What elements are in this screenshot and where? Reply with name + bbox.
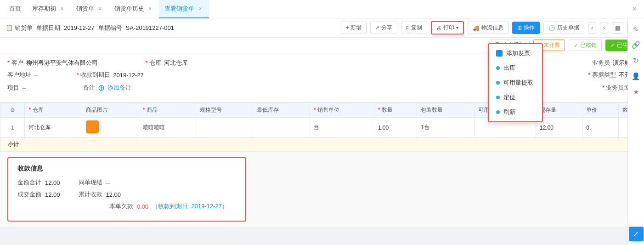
receipt-title: 收款信息 (17, 165, 236, 173)
table-header-row: ⚙ 仓库 商品图片 商品 规格型号 最低库存 销售单位 数量 包装数量 可用量 … (0, 103, 644, 118)
share-button[interactable]: ↗ 分享 (370, 22, 397, 34)
refresh-item[interactable]: 刷新 (489, 105, 542, 120)
customer-label: 客户 (7, 59, 23, 67)
invoice-box-icon (496, 50, 503, 57)
collected-value: 12.00 (106, 191, 121, 198)
tab-sales-order[interactable]: 销货单 × (71, 0, 109, 18)
tab-close-sales[interactable]: × (97, 6, 103, 12)
available-qty-item[interactable]: 可用量提取 (489, 75, 542, 90)
tab-home[interactable]: 首页 (4, 0, 27, 18)
product-thumbnail (86, 120, 99, 133)
outbound-dot-icon (496, 66, 500, 70)
total-amount-field: 金额合计 12.00 (17, 178, 60, 187)
customer-field: 客户 柳州粤港平安气体有限公司 (7, 59, 98, 67)
add-remark-icon[interactable]: ⊕ (98, 83, 105, 93)
ticket-type-label: 票据类型 (588, 71, 616, 79)
expand-icon[interactable]: ⤢ (629, 227, 644, 227)
receipt-info-box: 收款信息 金额合计 12.00 同单现结 -- 成交金额 12.00 累计收款 … (7, 157, 246, 222)
col-product: 商品 (139, 103, 196, 118)
row-unit-price: 0. (582, 118, 618, 138)
new-button[interactable]: + 新增 (341, 22, 367, 34)
secondary-toolbar: 📱 来自手机 ● 未开票 ✓ 已核销 ✓ 已生效 (0, 38, 644, 53)
locate-dot-icon (496, 96, 500, 99)
row-no: 1 (0, 118, 25, 138)
edit-icon[interactable]: ✎ (629, 22, 644, 37)
customer-value: 柳州粤港平安气体有限公司 (26, 59, 98, 67)
project-label: 项目 (7, 84, 19, 92)
logistics-button[interactable]: 🚚 物流信息 (468, 22, 508, 34)
warehouse-field: 仓库 河北仓库 (146, 59, 188, 67)
col-warehouse: 仓库 (25, 103, 82, 118)
total-amount-value: 12.00 (45, 179, 60, 186)
operation-dropdown: 添加发票 出库 可用量提取 定位 刷新 (488, 43, 543, 122)
prev-icon: ‹ (591, 25, 593, 31)
refresh-icon[interactable]: ↻ (629, 53, 644, 68)
share-icon: ↗ (375, 25, 379, 31)
col-settings[interactable]: ⚙ (0, 103, 25, 118)
subtotal-row: 小计 (0, 138, 644, 152)
link-icon[interactable]: 🔗 (629, 38, 644, 52)
user-icon[interactable]: 👤 (629, 69, 644, 84)
operation-button[interactable]: ⊞ 操作 (512, 22, 540, 34)
print-icon: 🖨 (436, 25, 441, 31)
doc-type-label: 销货单 (15, 24, 33, 32)
star-icon[interactable]: ★ (629, 85, 644, 99)
tab-close-history[interactable]: × (147, 6, 153, 12)
project-field: 项目 -- (7, 84, 26, 92)
payment-date-value: 2019-12-27 (113, 72, 144, 79)
receipt-row-2: 成交金额 12.00 累计收款 12.00 (17, 190, 236, 199)
collected-label: 累计收款 (79, 190, 102, 199)
spacer-field (17, 202, 91, 211)
row-warehouse: 河北仓库 (25, 118, 82, 138)
form-area: 客户 柳州粤港平安气体有限公司 仓库 河北仓库 业务员 演示账号 客户地址 --… (0, 53, 644, 103)
deal-amount-field: 成交金额 12.00 (17, 190, 60, 199)
prev-button[interactable]: ‹ (588, 23, 596, 34)
tab-sales-history[interactable]: 销货单历史 × (109, 0, 159, 18)
grid-view-button[interactable]: ▦ (612, 23, 623, 34)
deal-amount-value: 12.00 (45, 191, 60, 198)
tab-bar: 首页 库存期初 × 销货单 × 销货单历史 × 查看销货单 × × (0, 0, 644, 18)
tab-view-sales[interactable]: 查看销货单 × (159, 0, 209, 18)
address-field: 客户地址 -- (7, 71, 38, 79)
col-unit: 销售单位 (310, 103, 374, 118)
cash-field: 同单现结 -- (79, 178, 110, 187)
col-pack-qty: 包装数量 (417, 103, 474, 118)
locate-item[interactable]: 定位 (489, 90, 542, 105)
copy-icon: ⎘ (406, 25, 409, 31)
debt-label: 本单欠款 (109, 202, 133, 211)
col-quantity: 数量 (374, 103, 417, 118)
refresh-dot-icon (496, 110, 500, 114)
available-qty-dot-icon (496, 81, 500, 85)
products-table: ⚙ 仓库 商品图片 商品 规格型号 最低库存 销售单位 数量 包装数量 可用量 … (0, 103, 644, 152)
collected-field: 累计收款 12.00 (79, 190, 121, 199)
col-product-img: 商品图片 (82, 103, 139, 118)
row-unit: 台 (310, 118, 374, 138)
copy-button[interactable]: ⎘ 复制 (401, 22, 427, 34)
tab-inventory-init[interactable]: 库存期初 × (27, 0, 71, 18)
col-unit-price: 单价 (582, 103, 618, 118)
next-icon: › (603, 25, 605, 31)
tab-close-inventory[interactable]: × (59, 6, 65, 12)
row-pack-qty: 1台 (417, 118, 474, 138)
remark-label: 备注 (83, 84, 95, 92)
active-icon: ✓ (610, 42, 615, 49)
salesperson-label: 业务员孟 (602, 84, 630, 92)
add-remark-link[interactable]: 添加备注 (107, 84, 131, 92)
subtotal-label: 小计 (0, 138, 644, 152)
print-button[interactable]: 🖨 打印 ▾ (431, 21, 464, 34)
payment-date-field: 收款到期日 2019-12-27 (77, 71, 144, 79)
next-button[interactable]: › (600, 23, 608, 34)
confirm-btn[interactable]: ✓ 已核销 (569, 40, 602, 51)
tab-close-view[interactable]: × (197, 6, 203, 12)
remark-field: 备注 ⊕ 添加备注 (83, 83, 131, 93)
warehouse-label: 仓库 (146, 59, 162, 67)
outbound-item[interactable]: 出库 (489, 61, 542, 75)
payment-date-label: 收款到期日 (77, 71, 111, 79)
tab-close-all-icon[interactable]: × (629, 5, 640, 13)
debt-value: 0.00 (137, 203, 148, 210)
row-product-img (82, 118, 139, 138)
row-quantity: 1.00 (374, 118, 417, 138)
receipt-row-1: 金额合计 12.00 同单现结 -- (17, 178, 236, 187)
history-button[interactable]: 🕐 历史单据 (543, 22, 584, 34)
add-invoice-item[interactable]: 添加发票 (489, 46, 542, 61)
